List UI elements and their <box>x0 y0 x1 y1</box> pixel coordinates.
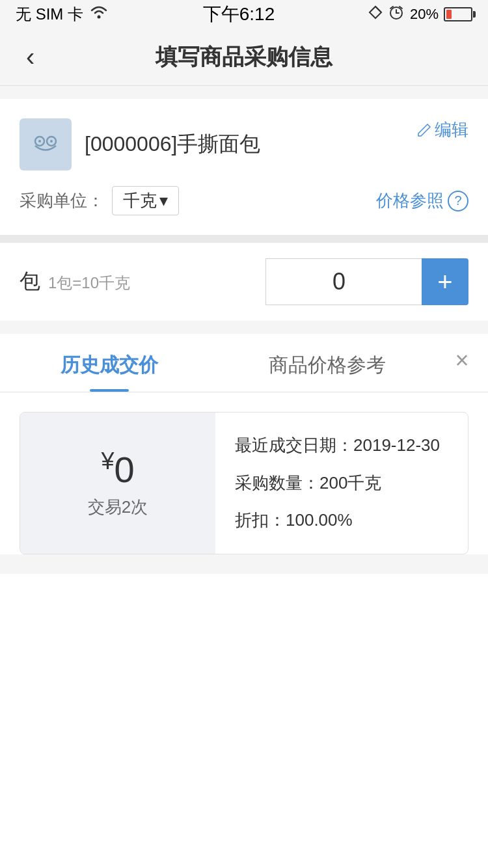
transaction-detail-date: 最近成交日期：2019-12-30 <box>235 432 448 459</box>
status-right: 20% <box>368 4 472 25</box>
svg-point-0 <box>98 16 101 19</box>
carrier-label: 无 SIM 卡 <box>16 4 83 25</box>
purchase-unit-label: 采购单位： <box>20 189 104 212</box>
location-icon <box>368 5 383 23</box>
page-title: 填写商品采购信息 <box>156 42 332 72</box>
transaction-card: ¥0 交易2次 最近成交日期：2019-12-30 采购数量：200千克 折扣：… <box>20 412 468 554</box>
product-meta: 采购单位： 千克 ▾ 价格参照 ? <box>20 186 468 215</box>
quantity-ratio: 1包=10千克 <box>48 273 130 293</box>
transaction-right: 最近成交日期：2019-12-30 采购数量：200千克 折扣：100.00% <box>215 413 468 554</box>
status-left: 无 SIM 卡 <box>16 4 109 25</box>
transaction-detail-qty: 采购数量：200千克 <box>235 470 448 497</box>
price-ref-help-icon: ? <box>448 191 468 211</box>
quantity-input-group: + <box>265 258 468 305</box>
svg-point-4 <box>38 140 41 142</box>
meta-left: 采购单位： 千克 ▾ <box>20 186 179 215</box>
product-left: [0000006]手撕面包 <box>20 118 260 170</box>
dropdown-icon: ▾ <box>159 191 168 211</box>
back-button[interactable]: ‹ <box>20 36 41 78</box>
svg-point-5 <box>50 140 53 142</box>
tab-history-price[interactable]: 历史成交价 <box>0 334 218 392</box>
currency-symbol: ¥ <box>101 448 114 474</box>
detail-qty-label: 采购数量： <box>235 473 319 493</box>
unit-value: 千克 <box>123 189 157 212</box>
transaction-count: 交易2次 <box>88 496 148 519</box>
detail-qty-value: 200千克 <box>319 473 381 493</box>
unit-selector[interactable]: 千克 ▾ <box>112 186 179 215</box>
tabs-section: 历史成交价 商品价格参考 × ¥0 交易2次 最近成交日期：2019-12-30… <box>0 334 488 554</box>
section-divider <box>0 235 488 243</box>
wifi-icon <box>88 5 109 24</box>
tabs-header: 历史成交价 商品价格参考 × <box>0 334 488 392</box>
transaction-price: ¥0 <box>101 448 134 491</box>
quantity-row: 包 1包=10千克 + <box>0 243 488 321</box>
battery-percent: 20% <box>410 6 439 23</box>
quantity-input[interactable] <box>265 258 422 305</box>
edit-button[interactable]: 编辑 <box>416 118 468 141</box>
status-time: 下午6:12 <box>203 2 275 27</box>
battery-icon <box>444 7 472 21</box>
price-ref-label: 价格参照 <box>376 189 444 212</box>
product-name: [0000006]手撕面包 <box>85 130 260 159</box>
status-bar: 无 SIM 卡 下午6:12 20 <box>0 0 488 29</box>
tab-history-price-label: 历史成交价 <box>61 354 158 375</box>
quantity-unit: 包 <box>20 267 40 296</box>
edit-label: 编辑 <box>435 118 468 141</box>
detail-discount-label: 折扣： <box>235 510 286 530</box>
quantity-label: 包 1包=10千克 <box>20 267 130 296</box>
product-header: [0000006]手撕面包 编辑 <box>20 118 468 170</box>
alarm-icon <box>388 4 405 25</box>
bottom-space <box>0 574 488 868</box>
transaction-left: ¥0 交易2次 <box>20 413 215 554</box>
tab-product-price-ref-label: 商品价格参考 <box>269 354 386 375</box>
detail-date-value: 2019-12-30 <box>353 435 440 455</box>
transaction-detail-discount: 折扣：100.00% <box>235 507 448 534</box>
product-thumbnail <box>20 118 72 170</box>
price-ref-button[interactable]: 价格参照 ? <box>376 189 468 212</box>
close-icon: × <box>455 347 468 374</box>
nav-bar: ‹ 填写商品采购信息 <box>0 29 488 86</box>
price-value: 0 <box>114 449 134 490</box>
quantity-plus-button[interactable]: + <box>422 258 468 305</box>
detail-discount-value: 100.00% <box>286 510 353 530</box>
tabs-close-button[interactable]: × <box>436 347 488 379</box>
product-card: [0000006]手撕面包 编辑 采购单位： 千克 ▾ 价格参照 ? <box>0 99 488 235</box>
tab-product-price-ref[interactable]: 商品价格参考 <box>218 334 436 392</box>
detail-date-label: 最近成交日期： <box>235 435 353 455</box>
